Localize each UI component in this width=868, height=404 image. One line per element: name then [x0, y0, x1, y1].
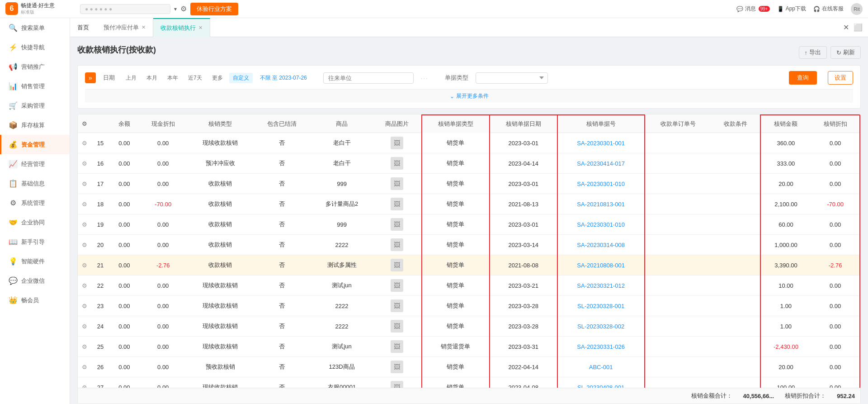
cell-no: 27	[91, 377, 109, 388]
cell-balance: 0.00	[109, 194, 139, 214]
page-title: 收款核销执行(按收款)	[77, 44, 156, 55]
cell-verify-bill-type: 销货单	[422, 255, 490, 276]
sidebar-item-wechat[interactable]: 💬企业微信	[0, 271, 70, 290]
th-verify-discount: 核销折扣	[811, 115, 860, 133]
cell-gear: ⚙	[78, 255, 91, 276]
footer-verify-discount-label: 核销折扣合计：	[785, 392, 826, 400]
tab-close-all-button[interactable]: ✕	[843, 23, 849, 32]
cell-verify-no: SL-20230408-001	[557, 377, 645, 388]
top-gear-button[interactable]: ⚙	[180, 5, 187, 13]
app-download-button[interactable]: 📱 App下载	[777, 5, 806, 13]
th-gear: ⚙	[78, 115, 91, 133]
cell-verify-amount: 20.00	[760, 357, 811, 377]
sidebar-item-search[interactable]: 🔍搜索菜单	[0, 18, 70, 38]
sidebar-item-guide[interactable]: 📖新手引导	[0, 232, 70, 252]
expand-orange-button[interactable]: »	[85, 72, 96, 83]
app-icon: 📱	[777, 6, 784, 12]
service-icon: 🎧	[813, 6, 820, 12]
cell-verify-date: 2023-03-28	[490, 316, 557, 337]
sidebar-item-collab[interactable]: 🤝企业协同	[0, 213, 70, 232]
member-icon: 👑	[9, 296, 18, 304]
table-row: ⚙ 16 0.00 0.00 预冲冲应收 否 老白干 🖼 销货单 2023-04…	[78, 153, 860, 174]
sidebar: 🔍搜索菜单⚡快捷导航📢营销推广📊销售管理🛒采购管理📦库存核算💰资金管理📈经营管理…	[0, 18, 70, 404]
message-button[interactable]: 💬 消息 99+	[736, 5, 770, 13]
tab-restore-button[interactable]: ⬜	[854, 23, 863, 32]
sidebar-item-basic[interactable]: 📋基础信息	[0, 174, 70, 193]
brand: 6 畅捷通·好生意 标准版	[5, 2, 75, 15]
expand-more-row: ⌄ 展开更多条件	[85, 89, 853, 103]
cell-gear: ⚙	[78, 377, 91, 388]
cell-goods-image: 🖼	[373, 214, 422, 235]
bill-type-select[interactable]	[476, 72, 548, 84]
cell-verify-discount: 0.00	[811, 174, 860, 194]
partner-input[interactable]	[323, 72, 414, 84]
tab-home[interactable]: 首页	[70, 18, 96, 37]
sidebar-item-marketing[interactable]: 📢营销推广	[0, 57, 70, 76]
hardware-icon: 💡	[9, 257, 18, 266]
sidebar-item-system[interactable]: ⚙系统管理	[0, 193, 70, 213]
cell-cash-discount: 0.00	[139, 133, 187, 153]
cell-verify-type: 收款核销	[187, 255, 254, 276]
query-button[interactable]: 查询	[789, 71, 817, 85]
table-scroll[interactable]: ⚙ 余额 现金折扣 核销类型 包含已结清 商品 商品图片 核销单据类型 核销单据…	[78, 114, 860, 388]
date-last-month[interactable]: 上月	[122, 73, 140, 83]
sidebar-item-quick[interactable]: ⚡快捷导航	[0, 38, 70, 57]
cell-gear: ⚙	[78, 357, 91, 377]
cell-goods: 2222	[311, 235, 373, 255]
sidebar-item-inventory[interactable]: 📦库存核算	[0, 115, 70, 135]
cell-goods-image: 🖼	[373, 235, 422, 255]
table-row: ⚙ 17 0.00 0.00 收款核销 否 999 🖼 销货单 2023-03-…	[78, 174, 860, 194]
cell-contains-settled: 否	[254, 174, 311, 194]
industry-plan-button[interactable]: 休验行业方案	[190, 3, 238, 15]
cell-receipt-cond	[712, 337, 760, 357]
table-row: ⚙ 15 0.00 0.00 现续收款核销 否 老白干 🖼 销货单 2023-0…	[78, 133, 860, 153]
avatar[interactable]: Rit	[851, 3, 863, 15]
cell-receipt-order-no	[645, 296, 712, 316]
cell-goods: 老白干	[311, 133, 373, 153]
date-this-year[interactable]: 本年	[164, 73, 182, 83]
sidebar-item-purchase[interactable]: 🛒采购管理	[0, 96, 70, 115]
date-range-display: 不限 至 2023-07-26	[260, 74, 307, 82]
top-dropdown-button[interactable]: ▾	[174, 6, 177, 12]
table-row: ⚙ 26 0.00 0.00 预收款核销 否 123D商品 🖼 销货单 2022…	[78, 357, 860, 377]
sidebar-item-operations[interactable]: 📈经营管理	[0, 154, 70, 174]
cell-verify-no: SA-20210813-001	[557, 194, 645, 214]
export-button[interactable]: ↑ 导出	[799, 46, 827, 59]
sidebar-item-member[interactable]: 👑畅会员	[0, 290, 70, 310]
th-cash-discount: 现金折扣	[139, 115, 187, 133]
settings-button[interactable]: 设置	[828, 71, 853, 85]
tab-close-prepay[interactable]: ✕	[142, 24, 146, 30]
date-this-month[interactable]: 本月	[143, 73, 161, 83]
cell-verify-type: 现续收款核销	[187, 276, 254, 296]
cell-cash-discount: -2.76	[139, 255, 187, 276]
cell-receipt-order-no	[645, 194, 712, 214]
date-7days[interactable]: 近7天	[184, 73, 206, 83]
th-no	[91, 115, 109, 133]
sidebar-item-funds[interactable]: 💰资金管理	[0, 135, 70, 154]
tab-prepay[interactable]: 预付冲应付单 ✕	[96, 18, 153, 37]
cell-contains-settled: 否	[254, 377, 311, 388]
cell-balance: 0.00	[109, 255, 139, 276]
sidebar-item-sales[interactable]: 📊销售管理	[0, 76, 70, 96]
sidebar-item-hardware[interactable]: 💡智能硬件	[0, 252, 70, 271]
tab-close-verify[interactable]: ✕	[198, 25, 203, 31]
cell-balance: 0.00	[109, 174, 139, 194]
tab-verify[interactable]: 收款核销执行 ✕	[153, 18, 210, 37]
cell-goods: 测试jun	[311, 276, 373, 296]
cell-verify-amount: 1.00	[760, 316, 811, 337]
cell-balance: 0.00	[109, 276, 139, 296]
date-custom[interactable]: 自定义	[229, 73, 253, 83]
date-more[interactable]: 更多	[208, 73, 226, 83]
cell-verify-date: 2023-03-28	[490, 296, 557, 316]
cell-verify-type: 现续收款核销	[187, 296, 254, 316]
refresh-button[interactable]: ↻ 刷新	[830, 46, 861, 59]
cell-gear: ⚙	[78, 296, 91, 316]
table-row: ⚙ 18 0.00 -70.00 收款核销 否 多计量商品2 🖼 销货单 202…	[78, 194, 860, 214]
cell-goods-image: 🖼	[373, 337, 422, 357]
expand-more-button[interactable]: ⌄ 展开更多条件	[450, 92, 489, 100]
cell-receipt-order-no	[645, 337, 712, 357]
cell-no: 21	[91, 255, 109, 276]
filter-bar: » 日期 上月 本月 本年 近7天 更多 自定义 不限 至 2023-07-26…	[77, 65, 861, 109]
cell-verify-date: 2023-03-01	[490, 133, 557, 153]
online-service-button[interactable]: 🎧 在线客服	[813, 5, 844, 13]
